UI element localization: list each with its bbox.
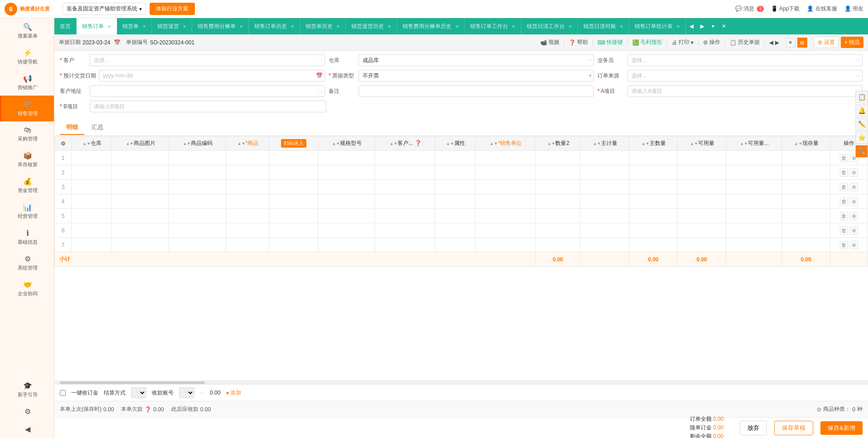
invoice-select[interactable] (359, 72, 587, 79)
delivery-input[interactable] (99, 72, 314, 79)
sidebar-item-system[interactable]: ⚙ 系统管理 (0, 250, 54, 276)
tab-daily-workbench[interactable]: 钱货日清工作台 ✕ (521, 18, 578, 34)
sidebar-item-basicinfo[interactable]: ℹ 基础信息 (0, 224, 54, 250)
sidebar-item-settings-bottom[interactable]: ⚙ (0, 403, 54, 420)
right-panel-bell[interactable]: 🔔 (855, 104, 868, 117)
copy-row-btn[interactable]: ⊕ (850, 183, 858, 191)
next-record-icon[interactable]: ▶ (775, 39, 779, 46)
tab-sales-slip[interactable]: 销货单 ✕ (117, 18, 152, 34)
solution-button[interactable]: 体验行业方案 (150, 3, 195, 15)
deposit-checkbox[interactable] (60, 390, 66, 396)
sidebar-item-sales[interactable]: 🛒 销售管理 (0, 96, 54, 121)
sidebar-item-purchase[interactable]: 🛍 采购管理 (0, 121, 54, 147)
toolbar-operations[interactable]: ⚙ 操作 (703, 39, 720, 46)
online-service-link[interactable]: 👤 在线客服 (807, 5, 837, 13)
row-product[interactable] (226, 151, 269, 165)
tab-close-icon[interactable]: ✕ (568, 24, 572, 29)
toolbar-video[interactable]: 📹 视频 (540, 39, 559, 46)
tab-expense-history[interactable]: 销售费用分摊单历史 ✕ (397, 18, 465, 34)
calendar-icon[interactable]: 📅 (114, 39, 121, 46)
row-image[interactable] (112, 151, 169, 165)
tab-close-icon[interactable]: ✕ (107, 24, 111, 29)
save-new-button[interactable]: 保存&新增 (820, 421, 863, 435)
tabs-menu[interactable]: ▾ (708, 18, 718, 34)
delete-row-btn[interactable]: 🗑 (840, 226, 848, 235)
customer-input[interactable] (90, 57, 316, 63)
sidebar-item-finance[interactable]: 💰 资金管理 (0, 173, 54, 198)
save-draft-button[interactable]: 保存草稿 (774, 421, 813, 435)
tabs-close-all[interactable]: ✕ (718, 18, 729, 34)
sidebar-item-inventory[interactable]: 📦 库存核算 (0, 147, 54, 173)
discard-button[interactable]: 放弃 (740, 421, 767, 435)
tab-close-icon[interactable]: ✕ (455, 24, 459, 29)
delete-row-btn[interactable]: 🗑 (840, 212, 848, 220)
toolbar-profit[interactable]: 💹 毛利预告 (632, 39, 662, 46)
copy-row-btn[interactable]: ⊕ (850, 226, 858, 235)
add-payment-btn[interactable]: ● 添加 (226, 389, 241, 397)
tab-close-icon[interactable]: ✕ (388, 24, 391, 29)
row-unit[interactable] (475, 151, 535, 165)
delete-row-btn[interactable]: 🗑 (840, 197, 848, 206)
deposit-label[interactable]: 一键收订金 (71, 389, 98, 397)
tab-detail[interactable]: 明细 (60, 120, 84, 135)
system-selector[interactable]: 装备及固定资产辅助管理系统 ▾ (63, 3, 146, 15)
right-panel-tool[interactable]: 🔧 (855, 145, 868, 158)
tab-close-icon[interactable]: ✕ (336, 24, 340, 29)
sidebar-item-collapse[interactable]: ◀ (0, 420, 54, 438)
delete-row-btn[interactable]: 🗑 (840, 154, 848, 162)
print-dropdown-icon[interactable]: ▾ (691, 39, 693, 46)
row-warehouse[interactable] (72, 151, 112, 165)
warehouse-input[interactable] (359, 57, 585, 63)
tab-expense-split[interactable]: 销售费用分摊单 ✕ (192, 18, 249, 34)
sidebar-item-marketing[interactable]: 📢 营销推广 (0, 70, 54, 96)
horizontal-scrollbar[interactable] (54, 380, 868, 384)
tab-order-workbench[interactable]: 销售订单工作台 ✕ (465, 18, 521, 34)
form-view-btn[interactable]: ▤ (797, 38, 807, 48)
row-available2[interactable] (726, 151, 782, 165)
sidebar-item-enterprise[interactable]: 🤝 企业协同 (0, 276, 54, 302)
right-panel-star[interactable]: ⭐ (855, 131, 868, 144)
tab-slip-history[interactable]: 销货单历史 ✕ (300, 18, 346, 34)
a-project-input[interactable] (628, 88, 862, 94)
tab-sales-order[interactable]: 销售订单 ✕ (77, 18, 117, 34)
user-avatar[interactable]: 👤 用友 (844, 5, 863, 13)
delete-row-btn[interactable]: 🗑 (840, 168, 848, 177)
tab-close-icon[interactable]: ✕ (291, 24, 294, 29)
sidebar-item-operations[interactable]: 📊 经营管理 (0, 198, 54, 224)
add-item-panel-btn[interactable]: + 物流 (841, 37, 863, 48)
toolbar-history[interactable]: 📋 历史单据 (730, 39, 760, 46)
staff-dots[interactable]: ··· (854, 57, 862, 63)
row-attr[interactable] (435, 151, 475, 165)
row-main-qty[interactable] (629, 151, 677, 165)
scan-button[interactable]: 扫码录入 (281, 139, 306, 148)
row-qty2[interactable] (535, 151, 580, 165)
right-panel-clipboard[interactable]: 📋 (855, 91, 868, 103)
row-stock[interactable] (782, 151, 830, 165)
row-spec[interactable] (318, 151, 375, 165)
tab-summary[interactable]: 汇总 (85, 120, 110, 135)
tab-close-icon[interactable]: ✕ (183, 24, 186, 29)
tab-daily-reconcile[interactable]: 钱货日清对账 ✕ (578, 18, 629, 34)
tabs-scroll-right[interactable]: ▶ (697, 18, 708, 34)
row-available[interactable] (678, 151, 726, 165)
sidebar-item-quicknav[interactable]: ⚡ 快捷导航 (0, 44, 54, 70)
col-settings[interactable]: ⚙ (55, 136, 72, 151)
order-source-dots[interactable]: ··· (854, 72, 862, 79)
order-source-input[interactable] (628, 72, 854, 79)
list-view-btn[interactable]: ≡ (786, 38, 795, 48)
app-download-link[interactable]: 📱 App下载 (771, 5, 800, 13)
scroll-thumb[interactable] (60, 381, 205, 384)
invoice-dropdown-icon[interactable]: ▾ (587, 72, 593, 79)
row-code[interactable] (169, 151, 226, 165)
tab-order-stats[interactable]: 销售订单统计表 ✕ (629, 18, 686, 34)
address-dots[interactable]: ··· (316, 88, 325, 94)
delete-row-btn[interactable]: 🗑 (840, 183, 848, 191)
tab-home[interactable]: 首页 (54, 18, 77, 34)
toolbar-help[interactable]: ❓ 帮助 (569, 39, 588, 46)
sidebar-item-search[interactable]: 🔍 搜索菜单 (0, 18, 54, 44)
prev-record-icon[interactable]: ◀ (769, 39, 773, 46)
tab-return-history[interactable]: 销货退货历史 ✕ (346, 18, 397, 34)
staff-input[interactable] (628, 57, 854, 63)
delivery-calendar-icon[interactable]: 📅 (314, 72, 325, 79)
copy-row-btn[interactable]: ⊕ (850, 212, 858, 220)
